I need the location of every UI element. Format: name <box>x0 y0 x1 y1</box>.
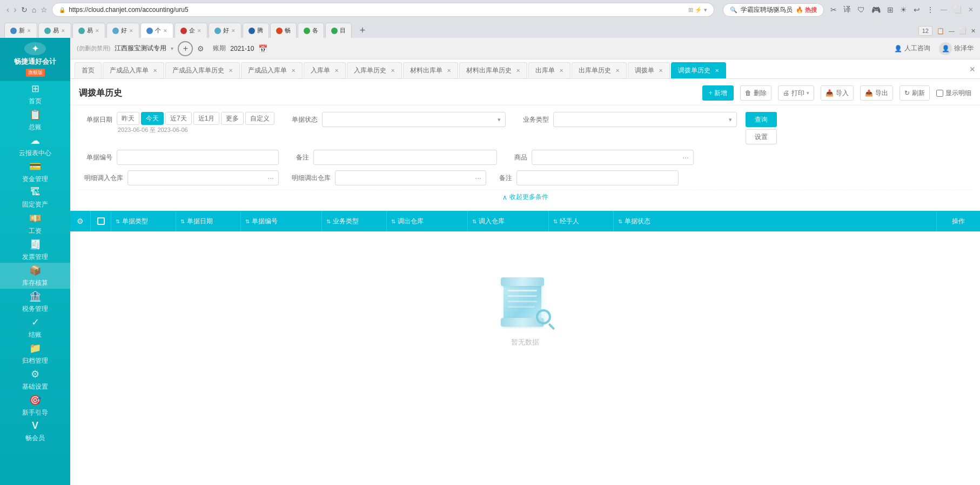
sidebar-item-invoice[interactable]: 🧾 发票管理 <box>0 237 70 263</box>
tab-transfer[interactable]: 调拨单 ✕ <box>628 62 670 78</box>
browser-tab-5[interactable]: 个✕ <box>140 23 173 38</box>
tab-close-icon-7[interactable]: ✕ <box>516 68 520 74</box>
sidebar-item-salary[interactable]: 💴 工资 <box>0 211 70 237</box>
gear-settings-icon[interactable]: ⚙ <box>197 44 204 53</box>
sidebar-item-ledger[interactable]: 📋 总账 <box>0 107 70 133</box>
sidebar-item-vip[interactable]: V 畅会员 <box>0 418 70 444</box>
browser-home-btn[interactable]: ⌂ <box>32 5 36 14</box>
add-company-btn[interactable]: + <box>178 41 193 56</box>
tab-close-icon-9[interactable]: ✕ <box>615 68 620 74</box>
sidebar-item-inventory[interactable]: 📦 库存核算 <box>0 263 70 289</box>
browser-tab-7[interactable]: 好✕ <box>209 23 241 38</box>
th-biz-type[interactable]: ⇅ 业务类型 <box>322 211 387 231</box>
theme-icon[interactable]: ☀ <box>900 5 907 14</box>
company-dropdown-icon[interactable]: ▾ <box>171 45 173 51</box>
sidebar-item-closing[interactable]: ✓ 结账 <box>0 315 70 341</box>
tab-close-icon-5[interactable]: ✕ <box>391 68 395 74</box>
filter-settings-btn[interactable]: 设置 <box>746 129 777 144</box>
user-avatar[interactable]: 👤 徐泽华 <box>939 42 974 55</box>
new-btn[interactable]: + 新增 <box>702 85 734 101</box>
tab-transfer-history[interactable]: 调拨单历史 ✕ <box>671 62 726 78</box>
browser-tab-10[interactable]: 各 <box>298 23 324 38</box>
date-btn-7days[interactable]: 近7天 <box>165 112 192 125</box>
print-btn[interactable]: 🖨 打印 ▾ <box>778 85 814 101</box>
tab-close-icon-8[interactable]: ✕ <box>559 68 563 74</box>
goods-selector[interactable]: ··· <box>532 150 694 165</box>
biz-type-select[interactable]: ▾ <box>553 112 737 127</box>
date-btn-today[interactable]: 今天 <box>141 112 164 125</box>
tab-material-out-history[interactable]: 材料出库单历史 ✕ <box>459 62 527 78</box>
sidebar-item-funds[interactable]: 💳 资金管理 <box>0 159 70 185</box>
remark-input[interactable] <box>313 150 497 165</box>
date-btn-1month[interactable]: 近1月 <box>193 112 220 125</box>
sidebar-item-home[interactable]: ⊞ 首页 <box>0 81 70 107</box>
tab-close-icon-2[interactable]: ✕ <box>229 68 233 74</box>
tab-close-icon[interactable]: ✕ <box>153 68 157 74</box>
sidebar-item-archive[interactable]: 📁 归档管理 <box>0 341 70 367</box>
user-service-link[interactable]: 👤 人工咨询 <box>894 44 930 53</box>
th-status[interactable]: ⇅ 单据状态 <box>614 211 937 231</box>
date-btn-more[interactable]: 更多 <box>221 112 244 125</box>
th-checkbox[interactable] <box>91 211 111 231</box>
th-out-wh[interactable]: ⇅ 调出仓库 <box>387 211 468 231</box>
out-warehouse-selector[interactable]: ··· <box>335 170 486 185</box>
th-number[interactable]: ⇅ 单据编号 <box>241 211 322 231</box>
shield-icon[interactable]: 🛡 <box>857 5 865 14</box>
browser-star-btn[interactable]: ☆ <box>41 5 48 14</box>
tab-close-icon-10[interactable]: ✕ <box>659 68 663 74</box>
browser-tab-8[interactable]: 腾 <box>243 23 269 38</box>
number-input[interactable] <box>117 150 279 165</box>
browser-tab-9[interactable]: 畅 <box>270 23 297 38</box>
undo-icon[interactable]: ↩ <box>914 5 920 14</box>
search-box[interactable]: 🔍 学霸应聘场驱鸟员 🔥 热搜 <box>723 3 824 17</box>
tab-close-icon-6[interactable]: ✕ <box>447 68 451 74</box>
browser-tab-2[interactable]: 易✕ <box>38 23 71 38</box>
collapse-btn[interactable]: ∧ 收起更多条件 <box>502 192 548 202</box>
menu-icon[interactable]: ⋮ <box>927 5 934 14</box>
browser-tab-11[interactable]: 目 <box>325 23 352 38</box>
browser-tab-3[interactable]: 易✕ <box>72 23 105 38</box>
browser-tab-1[interactable]: 新✕ <box>4 23 37 38</box>
grid-icon[interactable]: ⊞ <box>887 5 894 14</box>
tab-stock-out[interactable]: 出库单 ✕ <box>528 62 570 78</box>
in-warehouse-selector[interactable]: ··· <box>127 170 279 185</box>
tab-finished-goods-in-2[interactable]: 产成品入库单 ✕ <box>241 62 303 78</box>
note-input[interactable] <box>516 170 679 185</box>
table-settings-icon[interactable]: ⚙ <box>77 217 84 225</box>
th-settings[interactable]: ⚙ <box>70 211 91 231</box>
export-btn[interactable]: 📤 导出 <box>860 85 893 101</box>
import-btn[interactable]: 📥 导入 <box>821 85 854 101</box>
th-type[interactable]: ⇅ 单据类型 <box>111 211 176 231</box>
query-btn[interactable]: 查询 <box>746 112 777 127</box>
browser-tab-4[interactable]: 好✕ <box>106 23 139 38</box>
period-value[interactable]: 2021-10 <box>230 45 254 52</box>
status-select[interactable]: ▾ <box>322 112 506 127</box>
tab-close-icon-4[interactable]: ✕ <box>334 68 339 74</box>
tab-close-icon-3[interactable]: ✕ <box>291 68 296 74</box>
tab-close-icon-11[interactable]: ✕ <box>715 68 719 74</box>
browser-address-bar[interactable]: 🔒 https://cloud.chanjet.com/accounting/u… <box>52 3 714 17</box>
refresh-btn[interactable]: ↻ 刷新 <box>900 85 930 101</box>
new-tab-btn[interactable]: + <box>355 23 370 38</box>
select-all-checkbox[interactable] <box>97 217 105 225</box>
show-cols-checkbox[interactable]: 显示明细 <box>936 89 971 98</box>
th-in-wh[interactable]: ⇅ 调入仓库 <box>468 211 549 231</box>
th-date[interactable]: ⇅ 单据日期 <box>176 211 241 231</box>
th-handler[interactable]: ⇅ 经手人 <box>549 211 614 231</box>
date-btn-yesterday[interactable]: 昨天 <box>117 112 139 125</box>
close-all-btn[interactable]: ✕ <box>965 65 980 74</box>
tab-stock-in[interactable]: 入库单 ✕ <box>304 62 346 78</box>
delete-btn[interactable]: 🗑 删除 <box>740 85 771 101</box>
tab-finished-goods-in[interactable]: 产成品入库单 ✕ <box>103 62 164 78</box>
browser-refresh-btn[interactable]: ↻ <box>21 5 28 14</box>
tab-stock-in-history[interactable]: 入库单历史 ✕ <box>347 62 402 78</box>
tab-finished-goods-in-history[interactable]: 产成品入库单历史 ✕ <box>165 62 240 78</box>
date-btn-custom[interactable]: 自定义 <box>245 112 274 125</box>
browser-back-btn[interactable]: ‹ <box>6 5 9 15</box>
company-name[interactable]: 江西服宝测试专用 <box>115 44 166 53</box>
tab-stock-out-history[interactable]: 出库单历史 ✕ <box>572 62 627 78</box>
sidebar-item-tax[interactable]: 🏦 税务管理 <box>0 289 70 315</box>
sidebar-item-guide[interactable]: 🎯 新手引导 <box>0 393 70 418</box>
sidebar-item-assets[interactable]: 🏗 固定资产 <box>0 185 70 211</box>
game-icon[interactable]: 🎮 <box>871 5 881 14</box>
